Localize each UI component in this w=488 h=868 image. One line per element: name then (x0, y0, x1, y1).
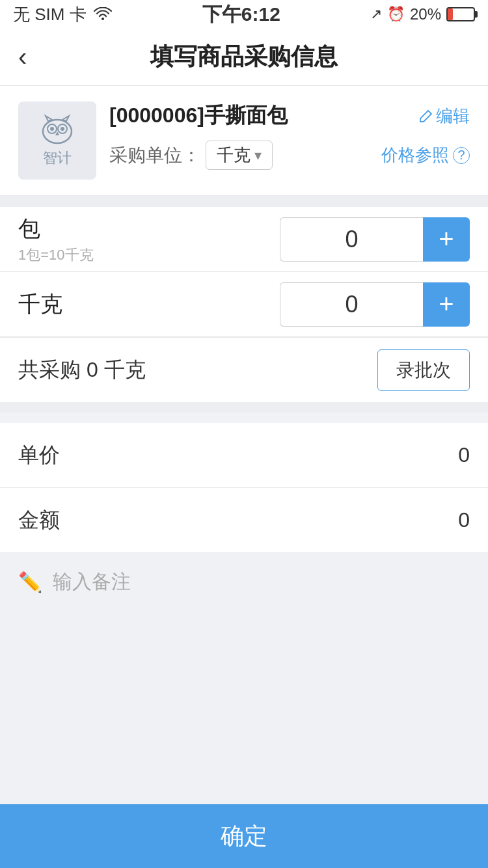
unit-label: 采购单位： (109, 143, 200, 168)
kg-quantity-input[interactable] (280, 282, 423, 327)
bag-quantity-input[interactable] (280, 217, 423, 262)
bag-sublabel: 1包=10千克 (18, 245, 96, 265)
product-owl-icon (38, 113, 77, 146)
svg-point-0 (102, 18, 104, 20)
alarm-icon: ⏰ (387, 6, 405, 23)
product-info: [0000006]手撕面包 编辑 采购单位： 千克 ▾ 价格参照 ? (109, 102, 470, 170)
wifi-icon (93, 7, 113, 21)
section-divider-2 (0, 402, 488, 413)
unit-select[interactable]: 千克 ▾ (206, 141, 273, 170)
unit-price-value: 0 (458, 443, 470, 467)
batch-button[interactable]: 录批次 (377, 349, 470, 391)
status-left: 无 SIM 卡 (13, 3, 113, 26)
bag-quantity-row: 包 1包=10千克 + (0, 207, 488, 272)
kg-controls: + (96, 282, 470, 327)
confirm-button[interactable]: 确定 (0, 804, 488, 868)
product-unit-row: 采购单位： 千克 ▾ 价格参照 ? (109, 141, 470, 170)
nav-bar: ‹ 填写商品采购信息 (0, 29, 488, 86)
section-divider-1 (0, 197, 488, 207)
edit-button[interactable]: 编辑 (419, 105, 470, 128)
confirm-button-label: 确定 (221, 821, 267, 852)
status-right: ↗ ⏰ 20% (370, 5, 475, 23)
page-title: 填写商品采购信息 (150, 41, 338, 73)
sim-label: 无 SIM 卡 (13, 3, 87, 26)
notes-section[interactable]: ✏️ 输入备注 (0, 553, 488, 611)
chevron-down-icon: ▾ (254, 147, 262, 164)
kg-label-group: 千克 (18, 290, 96, 319)
quantity-section: 包 1包=10千克 + 千克 + (0, 207, 488, 337)
product-card: 智计 [0000006]手撕面包 编辑 采购单位： 千克 ▾ 价格参照 ? (0, 86, 488, 197)
svg-marker-7 (46, 116, 52, 121)
battery-icon (446, 7, 475, 21)
pencil-icon: ✏️ (18, 571, 42, 593)
svg-marker-8 (62, 116, 69, 121)
svg-point-4 (50, 127, 54, 131)
help-icon: ? (453, 147, 470, 164)
amount-row: 金额 0 (0, 488, 488, 553)
kg-quantity-row: 千克 + (0, 272, 488, 337)
kg-label: 千克 (18, 290, 96, 319)
svg-point-5 (61, 127, 64, 131)
battery-label: 20% (410, 5, 441, 23)
location-icon: ↗ (370, 6, 382, 23)
back-button[interactable]: ‹ (18, 42, 27, 72)
battery-fill (448, 8, 453, 20)
status-bar: 无 SIM 卡 下午6:12 ↗ ⏰ 20% (0, 0, 488, 29)
bag-plus-button[interactable]: + (423, 217, 470, 262)
unit-price-row: 单价 0 (0, 423, 488, 488)
price-section: 单价 0 金额 0 (0, 423, 488, 553)
product-image: 智计 (18, 102, 96, 180)
brand-label: 智计 (43, 148, 72, 168)
kg-plus-button[interactable]: + (423, 282, 470, 327)
amount-label: 金额 (18, 506, 60, 535)
edit-icon (419, 109, 433, 123)
summary-row: 共采购 0 千克 录批次 (0, 337, 488, 402)
product-name: [0000006]手撕面包 (109, 102, 288, 130)
price-ref-button[interactable]: 价格参照 ? (381, 144, 470, 167)
bag-controls: + (96, 217, 470, 262)
product-name-row: [0000006]手撕面包 编辑 (109, 102, 470, 130)
notes-placeholder: 输入备注 (53, 569, 131, 595)
bag-label-group: 包 1包=10千克 (18, 214, 96, 265)
summary-text: 共采购 0 千克 (18, 356, 146, 385)
bag-label: 包 (18, 214, 96, 244)
amount-value: 0 (458, 508, 470, 532)
status-time: 下午6:12 (202, 1, 280, 28)
unit-price-label: 单价 (18, 441, 60, 470)
